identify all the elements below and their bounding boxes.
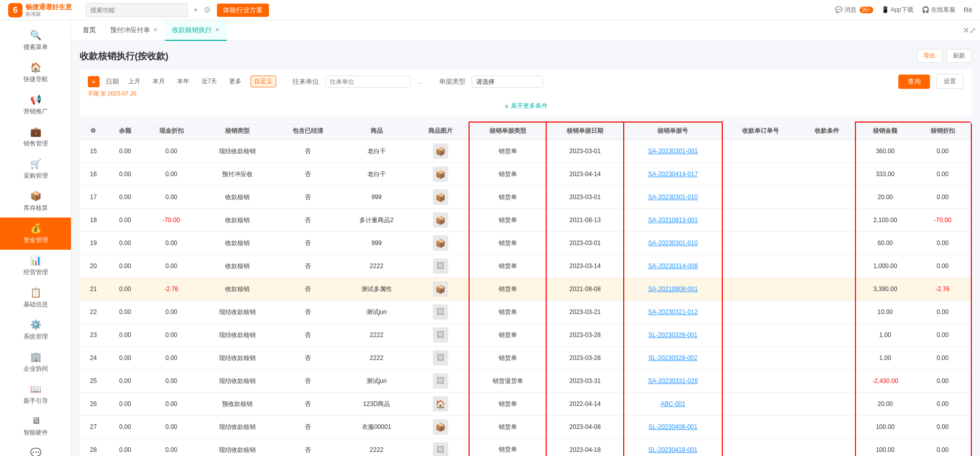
sidebar-item-basic[interactable]: 📋 基础信息 xyxy=(0,282,71,314)
row-amount: 20.00 xyxy=(855,186,915,209)
sidebar-item-wechat[interactable]: 💬 企业微信 xyxy=(0,442,71,456)
tab-prepay-close[interactable]: ✕ xyxy=(153,27,158,33)
from-unit-input[interactable] xyxy=(325,76,411,88)
row-balance: 0.00 xyxy=(107,347,143,370)
row-amount: 10.00 xyxy=(855,301,915,324)
sidebar-item-guide[interactable]: 📖 新手引导 xyxy=(0,378,71,411)
sidebar-item-quicknav[interactable]: 🏠 快捷导航 xyxy=(0,57,71,89)
tab-receipt-close[interactable]: ✕ xyxy=(215,27,219,33)
row-discount: -2.76 xyxy=(915,278,971,301)
row-bill-type: 销货单 xyxy=(469,186,547,209)
row-bill-no: SL-20230328-002 xyxy=(624,347,722,370)
industry-btn[interactable]: 体验行业方案 xyxy=(217,4,269,17)
tab-receipt[interactable]: 收款核销执行 ✕ xyxy=(165,20,227,41)
sidebar-label-basic: 基础信息 xyxy=(23,300,48,309)
table-row: 20 0.00 0.00 收款核销 否 2222 🖼 销货单 2023-03-1… xyxy=(80,255,971,278)
date-custom-btn[interactable]: 自定义 xyxy=(251,76,276,87)
table-row: 15 0.00 0.00 现结收款核销 否 老白干 📦 销货单 2023-03-… xyxy=(80,140,971,163)
search-input[interactable] xyxy=(86,3,188,17)
row-amount: -2,430.00 xyxy=(855,370,915,393)
sidebar-item-search[interactable]: 🔍 搜索菜单 xyxy=(0,25,71,57)
query-btn[interactable]: 查询 xyxy=(898,75,930,89)
sidebar-item-bizmanage[interactable]: 📊 经营管理 xyxy=(0,250,71,282)
row-payment-term xyxy=(799,439,855,457)
row-type: 预收款核销 xyxy=(199,393,275,416)
row-product: 2222 xyxy=(341,439,412,457)
export-btn[interactable]: 导出 xyxy=(917,49,942,63)
logo-icon: 6 xyxy=(8,3,22,17)
online-service-btn[interactable]: 🎧 在线客服 xyxy=(922,6,955,14)
sidebar-label-guide: 新手引导 xyxy=(23,397,48,405)
row-balance: 0.00 xyxy=(107,439,143,457)
row-cash-discount: 0.00 xyxy=(143,324,200,347)
row-balance: 0.00 xyxy=(107,140,143,163)
tab-home[interactable]: 首页 xyxy=(76,20,103,41)
row-order-no xyxy=(722,439,799,457)
table-row: 28 0.00 0.00 现结收款核销 否 2222 🖼 销货单 2023-04… xyxy=(80,439,971,457)
date-7days-btn[interactable]: 近7天 xyxy=(199,76,220,87)
expand-more-btn[interactable]: ∨ 展开更多条件 xyxy=(88,102,964,110)
row-bill-type: 销货单 xyxy=(469,416,547,439)
row-payment-term xyxy=(799,140,855,163)
sidebar-item-marketing[interactable]: 📢 营销推广 xyxy=(0,89,71,121)
col-cash-discount: 现金折扣 xyxy=(143,122,200,140)
settings-icon[interactable]: ⚙ xyxy=(204,5,211,15)
page-actions: 导出 刷新 xyxy=(917,49,972,63)
date-last-month-btn[interactable]: 上月 xyxy=(125,76,143,87)
row-product: 衣服00001 xyxy=(341,416,412,439)
sidebar-item-sales[interactable]: 💼 销售管理 xyxy=(0,121,71,153)
row-type: 预付冲应收 xyxy=(199,163,275,186)
row-type: 现结收款核销 xyxy=(199,301,275,324)
row-bill-date: 2023-03-01 xyxy=(546,232,624,255)
date-this-year-btn[interactable]: 本年 xyxy=(174,76,192,87)
filter-collapse-btn[interactable]: » xyxy=(88,76,100,87)
row-bill-type: 销货单 xyxy=(469,439,547,457)
col-bill-no: 核销单据号 xyxy=(624,122,722,140)
date-more-btn[interactable]: 更多 xyxy=(226,76,244,87)
sidebar-item-finance[interactable]: 💰 资金管理 xyxy=(0,218,71,250)
setting-btn[interactable]: 设置 xyxy=(936,74,964,89)
col-settings[interactable]: ⚙ xyxy=(80,122,107,140)
corp-icon: 🏢 xyxy=(30,351,41,363)
row-bill-type: 销货单 xyxy=(469,393,547,416)
tab-close-all-btn[interactable]: ✕ xyxy=(963,26,969,35)
date-this-month-btn[interactable]: 本月 xyxy=(150,76,168,87)
messages-label: 消息 xyxy=(844,6,856,13)
tab-expand-btn[interactable]: ⤢ xyxy=(969,26,976,35)
row-bill-type: 销货单 xyxy=(469,278,547,301)
row-bill-no: SA-20230301-001 xyxy=(624,140,722,163)
from-unit-dots[interactable]: ... xyxy=(417,78,423,85)
bill-type-select[interactable]: 请选择 xyxy=(472,76,543,88)
row-payment-term xyxy=(799,301,855,324)
sidebar-item-corp[interactable]: 🏢 企业协同 xyxy=(0,346,71,378)
row-payment-term xyxy=(799,278,855,301)
row-order-no xyxy=(722,393,799,416)
home-icon: 🏠 xyxy=(30,62,41,73)
dropdown-arrow[interactable]: ▾ xyxy=(194,6,198,14)
col-discount: 核销折扣 xyxy=(915,122,971,140)
row-balance: 0.00 xyxy=(107,393,143,416)
row-type: 现结收款核销 xyxy=(199,324,275,347)
row-bill-type: 销货单 xyxy=(469,347,547,370)
sidebar-item-purchase[interactable]: 🛒 采购管理 xyxy=(0,153,71,185)
sidebar-item-system[interactable]: ⚙️ 系统管理 xyxy=(0,314,71,346)
sidebar-item-hardware[interactable]: 🖥 智能硬件 xyxy=(0,411,71,442)
row-order-no xyxy=(722,416,799,439)
tab-prepay[interactable]: 预付冲应付单 ✕ xyxy=(103,20,165,41)
app-download-btn[interactable]: 📱 App下载 xyxy=(881,6,914,14)
messages-btn[interactable]: 💬 消息 99+ xyxy=(835,6,873,14)
logo: 6 畅捷通谱好生意 标准版 xyxy=(8,3,80,18)
row-balance: 0.00 xyxy=(107,186,143,209)
refresh-btn[interactable]: 刷新 xyxy=(946,49,972,63)
row-amount: 60.00 xyxy=(855,232,915,255)
row-discount: 0.00 xyxy=(915,416,971,439)
basic-icon: 📋 xyxy=(30,287,41,298)
row-balance: 0.00 xyxy=(107,163,143,186)
row-order-no xyxy=(722,324,799,347)
row-balance: 0.00 xyxy=(107,232,143,255)
row-type: 收款核销 xyxy=(199,209,275,232)
sidebar-item-inventory[interactable]: 📦 库存核算 xyxy=(0,185,71,218)
row-product-img: 🖼 xyxy=(412,347,469,370)
row-product: 老白干 xyxy=(341,140,412,163)
row-bill-no: SA-20210813-001 xyxy=(624,209,722,232)
